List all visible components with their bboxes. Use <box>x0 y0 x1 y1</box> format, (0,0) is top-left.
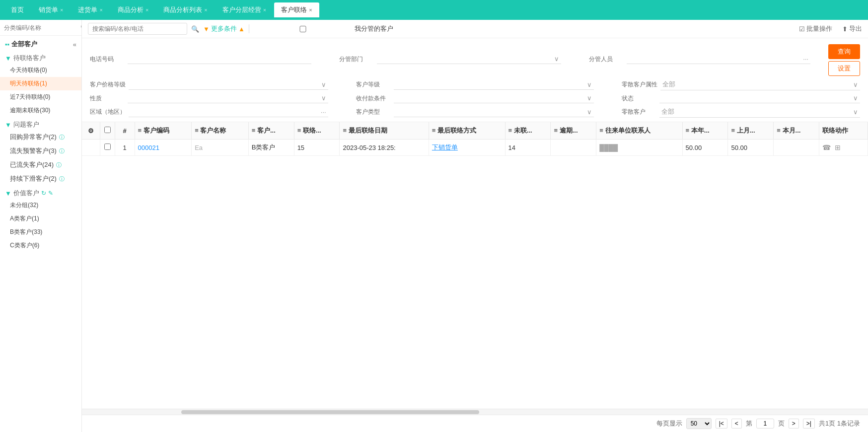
top-nav: 首页 销货单 × 进货单 × 商品分析 × 商品分析列表 × 客户分层经营 × … <box>0 0 868 20</box>
sidebar-item-churned[interactable]: 已流失客户(24) ⓘ <box>0 158 81 172</box>
horizontal-scrollbar[interactable] <box>82 409 868 415</box>
close-product-analysis-icon[interactable]: × <box>145 7 148 13</box>
sidebar-item-b-class[interactable]: B类客户(33) <box>0 225 81 239</box>
query-button[interactable]: 查询 <box>828 44 860 59</box>
payment-select[interactable]: ∨ <box>394 93 594 103</box>
row-this-month <box>774 140 819 156</box>
last-page-btn[interactable]: >| <box>803 419 815 429</box>
adv-field-customer-level: 客户等级 ∨ <box>356 80 594 90</box>
sidebar-item-overdue[interactable]: 逾期未联络(30) <box>0 104 81 117</box>
row-not-contacted: 14 <box>505 140 551 156</box>
my-customers-checkbox-label[interactable]: 我分管的客户 <box>253 24 393 33</box>
main-layout: 🔍 ▪▪ 全部客户 « ▼ 待联络客户 今天待联络(0) 明天待联络(1) 近7… <box>0 20 868 432</box>
prev-page-btn[interactable]: < <box>731 419 742 429</box>
page-label: 第 <box>746 419 752 428</box>
my-customers-checkbox[interactable] <box>253 26 353 32</box>
row-no: 1 <box>115 140 135 156</box>
sidebar-item-today[interactable]: 今天待联络(0) <box>0 64 81 77</box>
page-input[interactable] <box>756 419 774 429</box>
region-select[interactable]: ··· <box>129 107 328 117</box>
batch-op-btn[interactable]: ☑ 批量操作 <box>799 24 832 33</box>
th-action: 联络动作 <box>819 122 868 140</box>
th-code: ≡ 客户编码 <box>135 122 192 140</box>
adv-row-2: 客户价格等级 ∨ 客户等级 ∨ 零散客户属性 <box>90 79 860 90</box>
price-level-select[interactable]: ∨ <box>129 80 328 90</box>
sidebar: 🔍 ▪▪ 全部客户 « ▼ 待联络客户 今天待联络(0) 明天待联络(1) 近7… <box>0 20 82 432</box>
retail-attr-select[interactable]: 全部 ∨ <box>660 79 860 90</box>
set-button[interactable]: 设置 <box>828 61 860 76</box>
row-name[interactable]: Ea <box>192 140 249 156</box>
info-icon-2: ⓘ <box>56 162 62 168</box>
phone-input[interactable] <box>128 55 311 64</box>
close-customer-contact-icon[interactable]: × <box>309 7 312 13</box>
first-page-btn[interactable]: |< <box>716 419 727 429</box>
adv-field-retail-customer: 零散客户 全部 ∨ <box>622 106 860 118</box>
sidebar-all-customers[interactable]: ▪▪ 全部客户 « <box>0 36 81 51</box>
sidebar-item-churn-warning[interactable]: 流失预警客户(3) ⓘ <box>0 144 81 158</box>
nav-product-analysis[interactable]: 商品分析 × <box>111 2 155 17</box>
next-page-btn[interactable]: > <box>789 419 799 429</box>
ellipsis-icon-2: ··· <box>321 108 326 116</box>
more-conditions-btn[interactable]: ▼ 更多条件 ▲ <box>203 24 245 33</box>
price-level-label: 客户价格等级 <box>90 80 126 89</box>
action-more-icon[interactable]: ⊞ <box>835 144 841 151</box>
edit-icon[interactable]: ✎ <box>48 190 53 197</box>
sidebar-item-tomorrow[interactable]: 明天待联络(1) <box>0 77 81 90</box>
sidebar-item-a-class[interactable]: A类客户(1) <box>0 212 81 225</box>
sidebar-item-7days[interactable]: 近7天待联络(0) <box>0 90 81 104</box>
sidebar-item-ungroup[interactable]: 未分组(32) <box>0 199 81 212</box>
export-btn[interactable]: ⬆ 导出 <box>842 24 862 33</box>
close-product-analysis-list-icon[interactable]: × <box>204 7 207 13</box>
sidebar-item-declining[interactable]: 持续下滑客户(2) ⓘ <box>0 172 81 186</box>
scroll-thumb[interactable] <box>181 410 479 414</box>
sidebar-item-c-class[interactable]: C类客户(6) <box>0 239 81 252</box>
adv-field-manager: 分管人员 ··· <box>589 54 810 64</box>
manager-select[interactable]: ··· <box>627 54 810 64</box>
row-code[interactable]: 000021 <box>135 140 192 156</box>
export-icon: ⬆ <box>842 25 848 33</box>
nav-customer-contact[interactable]: 客户联络 × <box>274 2 319 17</box>
row-partner-contact: ████ <box>596 140 682 156</box>
triangle-icon: ▼ <box>5 55 11 62</box>
nav-sales[interactable]: 销货单 × <box>32 2 70 17</box>
divider <box>249 24 249 33</box>
nav-product-analysis-list[interactable]: 商品分析列表 × <box>156 2 214 17</box>
chevron-down-icon-6: ∨ <box>587 94 592 102</box>
close-sales-icon[interactable]: × <box>60 7 63 13</box>
search-icon[interactable]: 🔍 <box>191 25 199 33</box>
sidebar-section-value: ▼ 价值客户 ↻ ✎ <box>0 186 81 199</box>
status-select[interactable]: ∨ <box>659 93 860 103</box>
payment-label: 收付款条件 <box>356 94 391 103</box>
nav-home[interactable]: 首页 <box>4 2 31 17</box>
per-page-select[interactable]: 50 100 200 <box>686 418 712 429</box>
retail-customer-select[interactable]: 全部 ∨ <box>659 106 860 118</box>
row-last-contact-method[interactable]: 下销货单 <box>429 140 505 156</box>
nature-select[interactable]: ∨ <box>128 93 328 103</box>
close-purchase-icon[interactable]: × <box>99 7 102 13</box>
chevron-down-icon-9: ∨ <box>853 108 858 116</box>
row-select-checkbox[interactable] <box>104 144 111 150</box>
sidebar-search-input[interactable] <box>4 24 78 31</box>
pagination-bar: 每页显示 50 100 200 |< < 第 页 > >| 共1页 1条记录 <box>82 415 868 432</box>
row-checkbox[interactable] <box>100 140 115 156</box>
chevron-down-icon-2: ∨ <box>321 81 326 88</box>
th-gear[interactable]: ⚙ <box>82 122 100 140</box>
info-icon-0: ⓘ <box>59 134 65 140</box>
ellipsis-icon: ··· <box>803 55 808 63</box>
th-checkbox[interactable] <box>100 122 115 140</box>
sidebar-collapse-icon[interactable]: « <box>73 41 76 48</box>
search-input[interactable] <box>88 23 187 35</box>
nav-customer-tier[interactable]: 客户分层经营 × <box>216 2 273 17</box>
nav-purchase[interactable]: 进货单 × <box>71 2 109 17</box>
customer-type-select[interactable]: ∨ <box>394 107 594 117</box>
select-all-checkbox[interactable] <box>104 127 111 133</box>
sidebar-item-abnormal[interactable]: 回购异常客户(2) ⓘ <box>0 130 81 144</box>
action-phone-icon[interactable]: ☎ <box>822 144 831 151</box>
customer-level-label: 客户等级 <box>356 80 391 89</box>
close-customer-tier-icon[interactable]: × <box>263 7 266 13</box>
customer-level-select[interactable]: ∨ <box>394 80 594 90</box>
adv-field-price-level: 客户价格等级 ∨ <box>90 80 328 90</box>
row-overdue <box>551 140 596 156</box>
dept-select[interactable]: ∨ <box>377 54 561 64</box>
refresh-icon[interactable]: ↻ <box>41 190 46 197</box>
